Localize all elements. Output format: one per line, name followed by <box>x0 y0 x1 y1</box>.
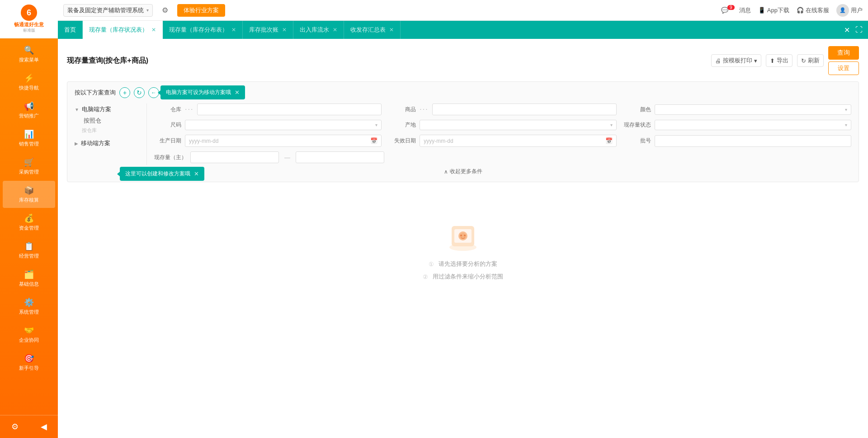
tab-inventory-distribution[interactable]: 现存量（库存分布表） ✕ <box>163 21 243 39</box>
calendar-icon-prod[interactable]: 📅 <box>370 137 377 144</box>
inventory-icon: 📦 <box>24 185 34 195</box>
tab-home[interactable]: 首页 <box>58 21 83 39</box>
sidebar-logo: 6 畅通道好生意 标准版 <box>0 0 58 38</box>
inventory-status-label: 现存量（库存状况表） <box>89 26 148 34</box>
size-label: 尺码 <box>154 121 181 129</box>
tab-bar: 首页 现存量（库存状况表） ✕ 现存量（库存分布表） ✕ 库存批次账 ✕ 出入库… <box>58 21 868 39</box>
tab-summary[interactable]: 收发存汇总表 ✕ <box>344 21 401 39</box>
tab-close-all-icon[interactable]: ✕ <box>843 25 851 35</box>
pc-group-label: 电脑端方案 <box>82 105 111 113</box>
tab-batch-account[interactable]: 库存批次账 ✕ <box>243 21 293 39</box>
sidebar-item-finance[interactable]: 💰 资金管理 <box>3 209 55 236</box>
nav-icon: ⚡ <box>24 73 34 83</box>
sidebar-label-basic: 基础信息 <box>19 281 39 287</box>
sidebar-item-marketing[interactable]: 📢 营销推广 <box>3 97 55 124</box>
online-service-btn[interactable]: 🎧 在线客服 <box>797 6 829 14</box>
messages-label: 消息 <box>739 6 751 14</box>
search-button[interactable]: 查询 <box>828 46 859 60</box>
tooltip-2-close[interactable]: ✕ <box>194 170 199 177</box>
scheme-warehouse[interactable]: 按照仓 <box>84 115 141 126</box>
sidebar-item-basic[interactable]: 🗂️ 基础信息 <box>3 265 55 292</box>
export-label: 导出 <box>777 57 788 65</box>
export-button[interactable]: ⬆ 导出 <box>766 54 793 67</box>
logo-text: 畅通道好生意 <box>14 22 44 28</box>
batch-input[interactable] <box>655 135 851 147</box>
sidebar-item-guide[interactable]: 🎯 新手引导 <box>3 349 55 376</box>
exp-date-input[interactable]: yyyy-mm-dd 📅 <box>420 135 616 147</box>
sidebar-item-operations[interactable]: 📋 经营管理 <box>3 237 55 264</box>
sidebar-item-system[interactable]: ⚙️ 系统管理 <box>3 293 55 320</box>
print-button[interactable]: 🖨 按模板打印 ▾ <box>711 54 761 67</box>
tab-inventory-status[interactable]: 现存量（库存状况表） ✕ <box>83 21 163 39</box>
scheme-pc-group[interactable]: ▼ 电脑端方案 <box>75 104 141 115</box>
add-scheme-btn[interactable]: + <box>119 87 130 98</box>
size-field: 尺码 ▾ <box>154 120 382 130</box>
collapse-more-label: 收起更多条件 <box>450 168 482 175</box>
tab-inout-flow[interactable]: 出入库流水 ✕ <box>293 21 344 39</box>
sidebar-settings-btn[interactable]: ⚙ <box>9 420 20 433</box>
filter-row-1: 仓库 ··· 商品 ··· 颜色 <box>154 104 851 115</box>
app-selector[interactable]: 装备及固定资产辅助管理系统 ▾ <box>63 4 153 17</box>
refresh-button[interactable]: ↻ 刷新 <box>797 54 824 67</box>
page-title: 现存量查询(按仓库+商品) <box>67 56 148 66</box>
stock-status-select[interactable]: ▾ <box>655 120 851 130</box>
sidebar-item-search[interactable]: 🔍 搜索菜单 <box>3 41 55 68</box>
svg-point-4 <box>460 235 462 236</box>
warehouse-dots: ··· <box>185 105 193 113</box>
tab-close-summary[interactable]: ✕ <box>389 27 394 33</box>
warehouse-input[interactable] <box>197 104 382 115</box>
tab-fullscreen-icon[interactable]: ⛶ <box>854 25 863 35</box>
stock-main-input[interactable] <box>190 151 279 163</box>
summary-label: 收发存汇总表 <box>350 26 386 34</box>
warehouse-label: 仓库 <box>154 106 181 113</box>
goods-field: 商品 ··· <box>389 104 616 115</box>
prod-date-input[interactable]: yyyy-mm-dd 📅 <box>185 135 382 147</box>
origin-select-arrow: ▾ <box>610 122 613 127</box>
origin-select[interactable]: ▾ <box>420 120 616 130</box>
stock-status-select-arrow: ▾ <box>845 122 847 127</box>
sidebar-item-purchase[interactable]: 🛒 采购管理 <box>3 153 55 180</box>
sidebar-collapse-btn[interactable]: ◀ <box>39 420 49 433</box>
mobile-group-label: 移动端方案 <box>81 139 110 147</box>
user-btn[interactable]: 👤 用户 <box>836 4 863 17</box>
tab-close-inout-flow[interactable]: ✕ <box>333 27 337 33</box>
sidebar-item-collab[interactable]: 🤝 企业协同 <box>3 321 55 348</box>
gear-button[interactable]: ⚙ <box>158 4 172 17</box>
goods-label: 商品 <box>389 106 416 113</box>
app-download-label: App下载 <box>767 6 789 14</box>
tooltip-2-text: 这里可以创建和修改方案哦 <box>125 170 190 178</box>
pc-arrow-icon: ▼ <box>75 107 79 112</box>
size-select[interactable]: ▾ <box>185 120 382 130</box>
user-label: 用户 <box>851 6 863 14</box>
page-content: 现存量查询(按仓库+商品) 🖨 按模板打印 ▾ ⬆ 导出 ↻ 刷新 <box>58 39 868 438</box>
stock-main-input-end[interactable] <box>296 151 384 163</box>
color-select[interactable]: ▾ <box>655 104 851 115</box>
scheme-mobile-group[interactable]: ▶ 移动端方案 <box>75 137 141 149</box>
inventory-distribution-label: 现存量（库存分布表） <box>169 26 228 34</box>
guide-icon: 🎯 <box>24 353 34 363</box>
print-label: 按模板打印 <box>723 57 752 65</box>
tab-close-inventory-status[interactable]: ✕ <box>151 27 156 33</box>
sidebar-item-inventory[interactable]: 📦 库存核算 <box>3 181 55 208</box>
empty-hint-1-text: 请先选择要分析的方案 <box>439 260 497 268</box>
collab-icon: 🤝 <box>24 325 34 335</box>
sidebar-label-search: 搜索菜单 <box>19 57 39 63</box>
calendar-icon-exp[interactable]: 📅 <box>605 137 613 144</box>
refresh-scheme-btn[interactable]: ↻ <box>134 87 145 98</box>
app-download-btn[interactable]: 📱 App下载 <box>758 6 789 14</box>
industry-button[interactable]: 体验行业方案 <box>177 4 225 17</box>
tooltip-1-close[interactable]: ✕ <box>235 89 240 96</box>
tab-close-inventory-distribution[interactable]: ✕ <box>231 27 236 33</box>
sidebar-label-marketing: 营销推广 <box>19 113 39 119</box>
prod-date-label: 生产日期 <box>154 137 181 145</box>
sidebar-item-sales[interactable]: 📊 销售管理 <box>3 125 55 152</box>
settings-button[interactable]: 设置 <box>828 61 859 75</box>
refresh-icon: ↻ <box>801 57 806 64</box>
tab-close-batch-account[interactable]: ✕ <box>282 27 287 33</box>
scheme-tree-panel: ▼ 电脑端方案 按照仓 按仓库 ▶ 移动端方案 这里 <box>75 104 147 165</box>
filter-row-3: 生产日期 yyyy-mm-dd 📅 失效日期 yyyy-mm-dd <box>154 135 851 147</box>
goods-input[interactable] <box>432 104 617 115</box>
sidebar-item-nav[interactable]: ⚡ 快捷导航 <box>3 69 55 96</box>
messages-btn[interactable]: 💬 9 消息 <box>721 6 751 14</box>
exp-date-field: 失效日期 yyyy-mm-dd 📅 <box>389 135 616 147</box>
